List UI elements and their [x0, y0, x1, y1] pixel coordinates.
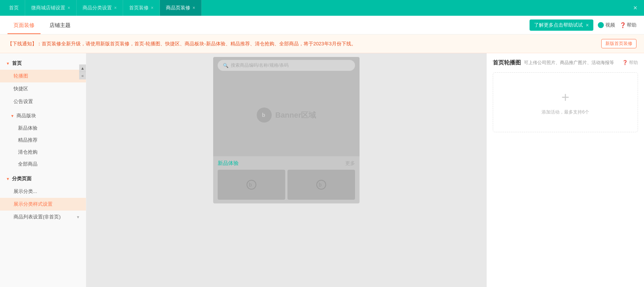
canvas-area: 🔍 搜索商品编码/名称/规格/条码 b Banner区域	[86, 53, 486, 287]
tab-store-settings[interactable]: 微商城店铺设置 ×	[25, 0, 77, 16]
right-panel-title-text: 首页轮播图	[493, 59, 521, 66]
window-close-button[interactable]: ×	[629, 4, 641, 12]
banner-logo-icon: b	[257, 108, 272, 123]
banner-area: b Banner区域	[213, 74, 360, 156]
tab-home[interactable]: 首页	[3, 0, 25, 16]
product-placeholder-2: b	[287, 170, 355, 200]
phone-frame: 🔍 搜索商品编码/名称/规格/条码 b Banner区域	[213, 57, 360, 203]
phone-search-bar: 🔍 搜索商品编码/名称/规格/条码	[213, 57, 360, 74]
tab-close-home-decoration[interactable]: ×	[151, 5, 153, 10]
sidebar-sub-group-product-block: ▼ 商品版块 新品体验 精品推荐 清仓抢购 全部商品	[0, 108, 86, 172]
svg-text:b: b	[249, 182, 252, 188]
tab-category-settings[interactable]: 商品分类设置 ×	[77, 0, 123, 16]
sidebar-item-clearance[interactable]: 清仓抢购	[0, 146, 86, 158]
sidebar-scroll-up[interactable]: ▲	[79, 64, 86, 72]
product-section-more: 更多	[345, 160, 355, 167]
product-section-title: 新品体验	[218, 160, 239, 167]
video-icon	[598, 22, 604, 28]
sidebar-group-category-title[interactable]: ▼ 分类页面	[0, 172, 86, 185]
svg-text:b: b	[262, 112, 265, 118]
right-panel-title-left: 首页轮播图 可上传公司照片、商品推广图片、活动海报等	[493, 59, 614, 66]
banner-logo: b Banner区域	[257, 108, 316, 123]
help-banner[interactable]: 了解更多点击帮助试试 ×	[530, 19, 593, 31]
sidebar-controls: ▲ «	[79, 64, 86, 79]
main-area: ▲ « ▼ 首页 轮播图 快捷区 公告设置 ▼ 商品版块	[0, 53, 644, 287]
sidebar-item-shortcut[interactable]: 快捷区	[0, 82, 86, 95]
chevron-down-icon-3: ▼	[6, 177, 10, 181]
help-link[interactable]: ❓ 帮助	[620, 22, 636, 28]
sidebar-item-banner[interactable]: 轮播图	[0, 70, 86, 82]
sidebar-item-show-category[interactable]: 展示分类...	[0, 185, 86, 198]
svg-text:b: b	[319, 182, 322, 188]
sidebar-collapse-btn[interactable]: «	[79, 72, 86, 79]
right-panel-help-link[interactable]: ❓ 帮助	[622, 60, 638, 66]
sidebar-item-featured[interactable]: 精品推荐	[0, 134, 86, 146]
product-section-header: 新品体验 更多	[218, 160, 355, 167]
tab-close-product-decoration[interactable]: ×	[193, 5, 195, 10]
sidebar-item-announcement[interactable]: 公告设置	[0, 95, 86, 108]
product-placeholder-1: b	[218, 170, 285, 200]
sidebar-sub-group-product-block-title[interactable]: ▼ 商品版块	[0, 109, 86, 122]
search-icon: 🔍	[223, 63, 229, 68]
tab-close-category-settings[interactable]: ×	[114, 5, 117, 10]
help-question-icon: ❓	[620, 22, 626, 28]
add-banner-label: 添加活动，最多支持6个	[542, 109, 589, 115]
sidebar-item-all-products[interactable]: 全部商品	[0, 158, 86, 170]
notice-bar: 【下线通知】：首页装修全新升级，请使用新版首页装修，首页-轮播图、快捷区、商品板…	[0, 34, 644, 53]
help-banner-close[interactable]: ×	[586, 22, 589, 28]
new-decoration-button[interactable]: 新版首页装修	[601, 39, 636, 48]
sidebar-item-new-experience[interactable]: 新品体验	[0, 122, 86, 134]
sidebar: ▲ « ▼ 首页 轮播图 快捷区 公告设置 ▼ 商品版块	[0, 53, 86, 287]
tab-bar: 首页 微商城店铺设置 × 商品分类设置 × 首页装修 × 商品页装修 × ×	[0, 0, 644, 16]
tab-close-store-settings[interactable]: ×	[68, 5, 70, 10]
product-section: 新品体验 更多 b b	[213, 156, 360, 203]
chevron-down-icon-2: ▼	[11, 114, 14, 118]
add-banner-plus-icon: +	[561, 90, 569, 105]
notice-text: 【下线通知】：首页装修全新升级，请使用新版首页装修，首页-轮播图、快捷区、商品板…	[8, 40, 356, 47]
chevron-down-icon-4: ▼	[76, 215, 80, 219]
sub-tabs: 页面装修 店铺主题	[8, 16, 80, 34]
sub-tab-bar: 页面装修 店铺主题 了解更多点击帮助试试 × 视频 ❓ 帮助	[0, 16, 644, 34]
search-placeholder: 搜索商品编码/名称/规格/条码	[231, 62, 289, 69]
sidebar-group-home: ▼ 首页 轮播图 快捷区 公告设置 ▼ 商品版块 新品体验	[0, 57, 86, 172]
question-icon: ❓	[622, 60, 628, 65]
tab-home-decoration[interactable]: 首页装修 ×	[123, 0, 160, 16]
brand-icon: b	[260, 111, 268, 119]
sub-tab-page-decoration[interactable]: 页面装修	[8, 22, 41, 34]
sub-tab-right-area: 了解更多点击帮助试试 × 视频 ❓ 帮助	[530, 19, 636, 31]
sidebar-group-home-title[interactable]: ▼ 首页	[0, 57, 86, 70]
right-panel-subtitle: 可上传公司照片、商品推广图片、活动海报等	[524, 60, 614, 66]
sidebar-item-product-list-settings[interactable]: 商品列表设置(非首页) ▼	[0, 211, 86, 223]
sub-tab-store-theme[interactable]: 店铺主题	[44, 22, 77, 34]
add-banner-box[interactable]: + 添加活动，最多支持6个	[493, 72, 638, 132]
tab-product-decoration[interactable]: 商品页装修 ×	[160, 0, 202, 16]
video-link[interactable]: 视频	[598, 22, 615, 28]
sidebar-group-category: ▼ 分类页面 展示分类... 展示分类样式设置 商品列表设置(非首页) ▼	[0, 172, 86, 223]
chevron-down-icon: ▼	[6, 61, 10, 66]
right-panel: 首页轮播图 可上传公司照片、商品推广图片、活动海报等 ❓ 帮助 + 添加活动，最…	[486, 53, 644, 287]
product-grid: b b	[218, 170, 355, 200]
search-box: 🔍 搜索商品编码/名称/规格/条码	[218, 60, 355, 71]
sidebar-item-category-style[interactable]: 展示分类样式设置	[0, 198, 86, 211]
right-panel-title: 首页轮播图 可上传公司照片、商品推广图片、活动海报等 ❓ 帮助	[493, 59, 638, 66]
